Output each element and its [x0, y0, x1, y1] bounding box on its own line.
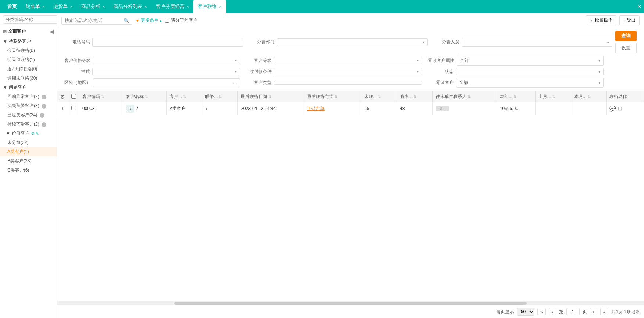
sidebar-item-week-pending[interactable]: 近7天待联络(0) — [0, 64, 57, 74]
col-header-checkbox[interactable] — [68, 91, 79, 102]
sidebar: 🔍 ⊞ 全部客户 ◀ ▼ 待联络客户 今天待联络(0) 明天待联络(1) 近7天… — [0, 13, 57, 318]
manager-dots-icon: ··· — [605, 40, 609, 45]
last-contact-method-link[interactable]: 下销货单 — [307, 106, 325, 111]
nav-product-analysis-list-close[interactable]: × — [144, 4, 147, 9]
col-header-this-year: 本年... ⇅ — [497, 91, 535, 102]
price-level-select[interactable]: ▾ — [93, 57, 240, 64]
first-page-button[interactable]: « — [537, 308, 546, 315]
retail-customer-select[interactable]: 全部 ▾ — [456, 78, 604, 88]
nav-customer-contact[interactable]: 客户联络 × — [193, 0, 226, 13]
select-all-checkbox[interactable] — [71, 94, 76, 99]
nav-product-analysis[interactable]: 商品分析 × — [77, 0, 109, 13]
sidebar-item-churned[interactable]: 已流失客户(24) i — [0, 110, 57, 120]
query-button[interactable]: 查询 — [615, 31, 637, 41]
sort-name-icon[interactable]: ⇅ — [145, 95, 148, 99]
sidebar-group-value[interactable]: ▼ 价值客户 ↻ ✎ — [0, 129, 57, 138]
sort-type-icon[interactable]: ⇅ — [183, 95, 186, 99]
page-number-input[interactable] — [566, 308, 580, 315]
sort-date-icon[interactable]: ⇅ — [268, 95, 271, 99]
checkbox-icon: ☑ — [590, 18, 594, 23]
settings-button[interactable]: 设置 — [615, 43, 637, 53]
chat-action-icon[interactable]: 💬 — [609, 106, 616, 112]
info-icon-repurchase[interactable]: i — [42, 95, 46, 99]
nav-sales[interactable]: 销售单 × — [21, 0, 49, 13]
row-last-method[interactable]: 下销货单 — [304, 102, 361, 115]
my-customers-checkbox[interactable] — [165, 18, 169, 23]
nature-select[interactable]: ▾ — [92, 68, 240, 75]
next-page-button[interactable]: › — [590, 308, 597, 315]
last-page-button[interactable]: » — [600, 308, 609, 315]
customer-level-arrow-icon: ▾ — [417, 59, 419, 63]
info-icon-churned[interactable]: i — [40, 113, 44, 118]
filter-cell-customer-level: 客户等级 ▾ — [243, 57, 425, 64]
nav-customer-segmentation[interactable]: 客户分层经营 × — [151, 0, 193, 13]
dept-select[interactable]: ▾ — [277, 38, 427, 46]
customer-level-select[interactable]: ▾ — [274, 57, 422, 64]
window-close-button[interactable]: × — [638, 3, 641, 10]
sidebar-all-customers[interactable]: ⊞ 全部客户 ◀ — [0, 26, 57, 37]
sort-overdue-icon[interactable]: ⇅ — [414, 95, 416, 99]
filter-search-icon[interactable]: 🔍 — [124, 18, 129, 23]
filter-more-button[interactable]: ▼ 更多条件 ▴ — [135, 17, 162, 24]
table-settings-icon[interactable]: ⚙ — [60, 94, 65, 100]
sidebar-item-unclassified[interactable]: 未分组(32) — [0, 138, 57, 147]
value-refresh-icon[interactable]: ↻ — [31, 131, 35, 136]
sort-last-month-icon[interactable]: ⇅ — [552, 95, 555, 99]
filter-search-input[interactable] — [65, 18, 124, 23]
info-icon-churn-warning[interactable]: i — [42, 104, 46, 109]
sidebar-item-repurchase-abnormal[interactable]: 回购异常客户(2) i — [0, 92, 57, 101]
info-icon-declining[interactable]: i — [42, 122, 46, 127]
sidebar-item-class-b[interactable]: B类客户(33) — [0, 156, 57, 166]
nav-purchase[interactable]: 进货单 × — [49, 0, 76, 13]
filter-bar: 🔍 ▼ 更多条件 ▴ 我分管的客户 ☑ 批量操作 — [57, 13, 644, 28]
sort-year-icon[interactable]: ⇅ — [514, 95, 516, 99]
customer-type-select[interactable] — [274, 81, 422, 85]
sidebar-item-today-pending[interactable]: 今天待联络(0) — [0, 46, 57, 55]
sidebar-collapse-button[interactable]: ◀ — [50, 29, 54, 35]
sidebar-item-class-c[interactable]: C类客户(6) — [0, 166, 57, 175]
nav-customer-segmentation-close[interactable]: × — [187, 4, 189, 9]
nav-sales-close[interactable]: × — [42, 4, 44, 9]
nav-product-analysis-close[interactable]: × — [103, 4, 105, 9]
region-select[interactable]: ··· — [93, 78, 240, 87]
sort-contact-icon[interactable]: ⇅ — [219, 95, 222, 99]
row-checkbox-cell[interactable] — [68, 102, 79, 115]
status-select[interactable]: ▾ — [456, 68, 604, 75]
nav-product-analysis-list[interactable]: 商品分析列表 × — [109, 0, 151, 13]
sidebar-item-class-a[interactable]: A类客户(1) — [0, 147, 57, 156]
h-scroll-thumb[interactable] — [174, 302, 526, 305]
batch-ops-button[interactable]: ☑ 批量操作 — [586, 15, 616, 25]
export-button[interactable]: ↑ 导出 — [619, 15, 640, 25]
filter-row-2: 客户价格等级 ▾ 客户等级 ▾ 零散客户属性 — [61, 56, 640, 66]
payment-select[interactable]: ▾ — [274, 68, 422, 75]
page-label: 第 — [559, 309, 564, 315]
sort-method-icon[interactable]: ⇅ — [334, 95, 337, 99]
nav-customer-contact-close[interactable]: × — [219, 4, 221, 9]
per-page-select[interactable]: 50 — [517, 308, 534, 316]
sidebar-item-churn-warning[interactable]: 流失预警客户(3) i — [0, 101, 57, 110]
sort-this-month-icon[interactable]: ⇅ — [588, 95, 591, 99]
qr-action-icon[interactable]: ⊞ — [618, 106, 622, 112]
filter-row-1: 电话号码 分管部门 ▾ 分管人员 ··· — [61, 31, 640, 53]
nav-purchase-close[interactable]: × — [70, 4, 72, 9]
col-header-gear[interactable]: ⚙ — [57, 91, 68, 102]
sort-uncontacted-icon[interactable]: ⇅ — [378, 95, 381, 99]
value-edit-icon[interactable]: ✎ — [35, 131, 39, 136]
sort-person-icon[interactable]: ⇅ — [468, 95, 471, 99]
nav-home[interactable]: 首页 — [3, 0, 21, 13]
retail-attr-select[interactable]: 全部 ▾ — [457, 56, 604, 66]
sidebar-group-pending[interactable]: ▼ 待联络客户 — [0, 37, 57, 46]
nature-arrow-icon: ▾ — [235, 70, 237, 74]
sidebar-item-overdue-pending[interactable]: 逾期未联络(30) — [0, 74, 57, 83]
phone-input[interactable] — [92, 38, 243, 47]
manager-select[interactable]: ··· — [462, 38, 612, 47]
prev-page-button[interactable]: ‹ — [549, 308, 556, 315]
sidebar-search-input[interactable] — [3, 15, 57, 24]
sort-code-icon[interactable]: ⇅ — [101, 95, 104, 99]
sidebar-group-problem[interactable]: ▼ 问题客户 — [0, 83, 57, 92]
sidebar-item-declining[interactable]: 持续下滑客户(2) i — [0, 120, 57, 129]
row-checkbox[interactable] — [71, 106, 76, 110]
row-overdue: 48 — [397, 102, 433, 115]
sidebar-item-tomorrow-pending[interactable]: 明天待联络(1) — [0, 55, 57, 64]
price-level-label: 客户价格等级 — [64, 57, 91, 64]
